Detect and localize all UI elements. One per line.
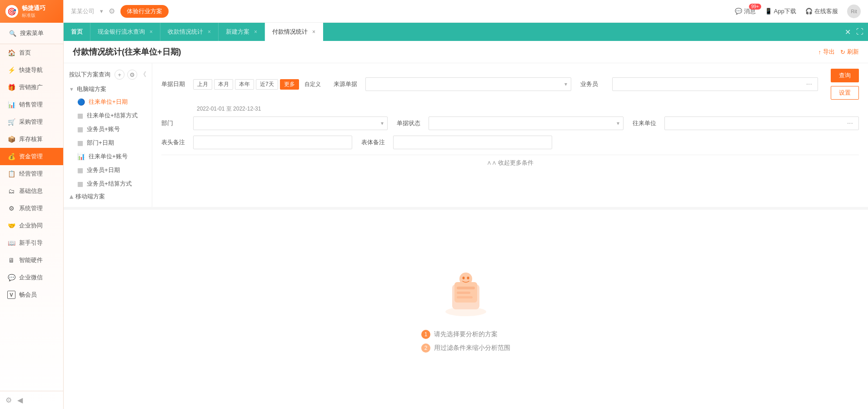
user-avatar[interactable]: Rit [847, 5, 861, 18]
related-unit-select[interactable]: ··· [664, 116, 859, 130]
sidebar-item-marketing[interactable]: 🎁 营销推广 [0, 79, 63, 96]
nav-label-home: 首页 [19, 49, 31, 57]
app-download-btn[interactable]: 📱 App下载 [765, 7, 796, 15]
header-note-input[interactable] [193, 136, 352, 149]
scheme-item-unit-account[interactable]: 📊 往来单位+账号 [64, 150, 152, 163]
scheme-panel: 按以下方案查询 + ⚙ 《 ▼ 电脑端方案 🔵 往来单位+日期 [64, 63, 152, 207]
hint-text-1: 请先选择要分析的方案 [434, 330, 498, 338]
related-unit-filter-col: 往来单位 ··· [633, 116, 859, 130]
last-7days-btn[interactable]: 近7天 [256, 79, 278, 90]
this-month-btn[interactable]: 本月 [214, 79, 233, 90]
sidebar: 🎯 畅捷通巧 标准版 🔍 搜索菜单 🏠 首页 ⚡ 快捷导航 🎁 营销推广 📊 销… [0, 0, 64, 409]
source-select[interactable]: ▾ [365, 77, 571, 91]
sidebar-item-inventory[interactable]: 📦 库存核算 [0, 131, 63, 148]
sidebar-item-enterprise[interactable]: 🤝 企业协同 [0, 217, 63, 234]
export-icon: ↑ [818, 49, 822, 56]
search-menu-item[interactable]: 🔍 搜索菜单 [5, 26, 58, 40]
collapse-sidebar-icon[interactable]: ◀ [17, 396, 23, 404]
related-unit-dots-icon[interactable]: ··· [845, 119, 855, 127]
sidebar-item-wechat[interactable]: 💬 企业微信 [0, 269, 63, 286]
filter-row-3: 表头备注 表体备注 [161, 136, 859, 149]
scheme-item-unit-settle-label: 往来单位+结算方式 [87, 111, 138, 120]
try-industry-btn[interactable]: 体验行业方案 [120, 5, 169, 18]
this-year-btn[interactable]: 本年 [235, 79, 254, 90]
tab-cashflow-close[interactable]: × [150, 29, 153, 35]
staff-select[interactable]: ··· [612, 77, 818, 91]
mobile-group-label: 移动端方案 [75, 192, 105, 201]
sidebar-item-guide[interactable]: 📖 新手引导 [0, 234, 63, 252]
nav-label-wechat: 企业微信 [19, 273, 43, 282]
scheme-item-staff-date[interactable]: ▦ 业务员+日期 [64, 163, 152, 177]
empty-state: 1 请先选择要分析的方案 2 用过滤条件来缩小分析范围 [64, 210, 868, 409]
refresh-label: 刷新 [847, 48, 859, 56]
tab-bar: 首页 现金银行流水查询 × 收款情况统计 × 新建方案 × 付款情况统计 × ✕… [64, 23, 868, 41]
settings-icon[interactable]: ⚙ [5, 396, 12, 404]
setting-btn[interactable]: 设置 [831, 86, 859, 100]
sidebar-item-sales[interactable]: 📊 销售管理 [0, 96, 63, 113]
smart-icon: 🖥 [7, 256, 15, 264]
empty-hint-1: 1 请先选择要分析的方案 [421, 330, 510, 339]
query-btn[interactable]: 查询 [831, 69, 859, 82]
tab-close-all-icon[interactable]: ✕ [845, 28, 851, 36]
sidebar-item-operation[interactable]: 📋 经营管理 [0, 165, 63, 182]
setting-scheme-btn[interactable]: ⚙ [127, 70, 137, 80]
tab-receipt-close[interactable]: × [208, 29, 211, 35]
nav-label-inventory: 库存核算 [19, 135, 43, 143]
tab-payment[interactable]: 付款情况统计 × [265, 23, 323, 41]
sidebar-item-purchase[interactable]: 🛒 采购管理 [0, 113, 63, 131]
marketing-icon: 🎁 [7, 83, 15, 91]
tab-new[interactable]: 新建方案 × [219, 23, 265, 41]
custom-date-btn[interactable]: 自定义 [301, 80, 324, 89]
page-content: 付款情况统计(往来单位+日期) ↑ 导出 ↻ 刷新 按以下方案查询 + [64, 41, 868, 409]
logo-badge: 标准版 [22, 12, 45, 19]
company-dropdown-icon[interactable]: ▾ [100, 8, 103, 15]
tab-payment-close[interactable]: × [312, 29, 315, 35]
scheme-item-staff-date-label: 业务员+日期 [87, 166, 120, 174]
sidebar-item-smart[interactable]: 🖥 智能硬件 [0, 252, 63, 269]
online-service-btn[interactable]: 🎧 在线客服 [805, 7, 838, 15]
header-gear-icon[interactable]: ⚙ [109, 7, 115, 15]
tab-home[interactable]: 首页 [64, 23, 90, 41]
staff-dots-icon[interactable]: ··· [804, 80, 814, 88]
refresh-icon: ↻ [840, 49, 845, 56]
scheme-collapse-btn[interactable]: 《 [140, 71, 146, 79]
bill-status-select[interactable]: ▾ [429, 116, 623, 130]
body-note-col: 表体备注 [361, 136, 552, 149]
operation-icon: 📋 [7, 170, 15, 178]
scheme-item-staff-settle[interactable]: ▦ 业务员+结算方式 [64, 177, 152, 191]
collapse-more-btn[interactable]: ∧∧ 收起更多条件 [161, 155, 859, 171]
tab-new-close[interactable]: × [254, 29, 257, 35]
scheme-item-dept-date[interactable]: ▦ 部门+日期 [64, 136, 152, 150]
desktop-group[interactable]: ▼ 电脑端方案 [64, 83, 152, 95]
message-btn[interactable]: 💬 消息 99+ [735, 7, 756, 15]
empty-illustration [439, 266, 493, 321]
tab-maximize-icon[interactable]: ⛶ [856, 28, 863, 36]
add-scheme-btn[interactable]: + [115, 70, 125, 80]
finance-icon: 💰 [7, 152, 15, 161]
header-note-label: 表头备注 [161, 138, 193, 146]
sidebar-item-quick[interactable]: ⚡ 快捷导航 [0, 61, 63, 79]
sidebar-item-member[interactable]: V 畅会员 [0, 286, 63, 303]
sidebar-item-basic[interactable]: 🗂 基础信息 [0, 182, 63, 200]
enterprise-icon: 🤝 [7, 222, 15, 230]
more-date-btn[interactable]: 更多 [280, 79, 299, 90]
main-area: 某某公司 ▾ ⚙ 体验行业方案 💬 消息 99+ 📱 App下载 🎧 在线客服 … [64, 0, 868, 409]
dept-select[interactable]: ▾ [193, 116, 388, 130]
guide-icon: 📖 [7, 239, 15, 247]
last-month-btn[interactable]: 上月 [193, 79, 212, 90]
header-note-col: 表头备注 [161, 136, 352, 149]
scheme-item-staff-account[interactable]: ▦ 业务员+账号 [64, 122, 152, 136]
sidebar-item-home[interactable]: 🏠 首页 [0, 44, 63, 61]
export-btn[interactable]: ↑ 导出 [818, 48, 835, 56]
sidebar-item-finance[interactable]: 💰 资金管理 [0, 148, 63, 165]
body-note-input[interactable] [393, 136, 552, 149]
tab-cashflow-label: 现金银行流水查询 [98, 28, 145, 36]
mobile-group[interactable]: ▶ 移动端方案 [64, 191, 152, 202]
tab-cashflow[interactable]: 现金银行流水查询 × [90, 23, 160, 41]
scheme-item-unit-date[interactable]: 🔵 往来单位+日期 [64, 95, 152, 109]
scheme-item-unit-settle[interactable]: ▦ 往来单位+结算方式 [64, 109, 152, 122]
refresh-btn[interactable]: ↻ 刷新 [840, 48, 859, 56]
tab-receipt[interactable]: 收款情况统计 × [160, 23, 219, 41]
nav-label-guide: 新手引导 [19, 239, 43, 247]
sidebar-item-system[interactable]: ⚙ 系统管理 [0, 200, 63, 217]
